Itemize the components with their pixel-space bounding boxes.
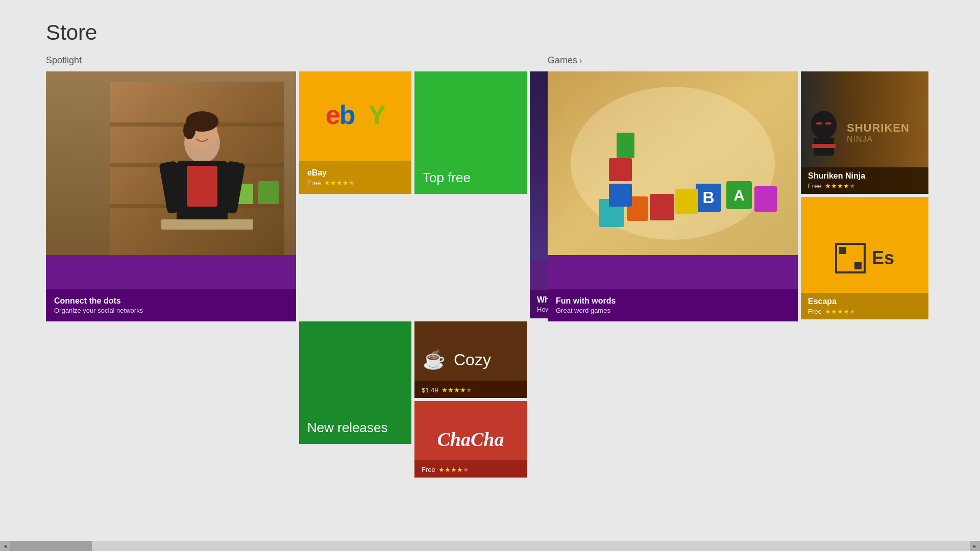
escapa-dot-tl bbox=[839, 247, 846, 254]
funwords-tile-name: Fun with words bbox=[556, 296, 790, 306]
games-label-text: Games bbox=[548, 55, 577, 66]
svg-rect-56 bbox=[609, 184, 632, 207]
funwords-tile-info: Fun with words Great word games bbox=[548, 289, 798, 321]
escapa-content: Es bbox=[827, 235, 902, 282]
top-free-text: Top free bbox=[423, 170, 471, 186]
escapa-tile-info: Escapa Free ★★★★★ bbox=[801, 293, 928, 319]
scroll-track[interactable] bbox=[10, 541, 980, 551]
ebay-y: Y bbox=[368, 100, 385, 130]
cozy-chacha-stack: ☕ Cozy $1.49 ★★★★★ ChaCha bbox=[414, 321, 527, 478]
page-title: Store bbox=[46, 20, 97, 45]
svg-rect-51 bbox=[675, 189, 698, 214]
svg-rect-6 bbox=[258, 181, 279, 204]
new-releases-text: New releases bbox=[307, 420, 388, 436]
shuriken-stars: ★★★★★ bbox=[825, 182, 855, 190]
tile-top-free[interactable]: Top free bbox=[414, 71, 527, 194]
chacha-stars: ★★★★★ bbox=[438, 466, 469, 473]
ebay-tile-name: eBay bbox=[307, 168, 403, 178]
shuriken-tile-info: Shuriken Ninja Free ★★★★★ bbox=[801, 167, 928, 194]
games-chevron-icon: › bbox=[579, 56, 582, 65]
games-container: B A Fun with words Great wor bbox=[548, 71, 928, 321]
tile-ebay[interactable]: ebaY eBay Free ★★★★★ bbox=[299, 71, 411, 194]
connect-tile-name: Connect the dots bbox=[54, 296, 288, 306]
svg-rect-61 bbox=[816, 122, 822, 124]
games-right-col: SHURIKEN NINJA Shuriken Ninja Free ★★★★★ bbox=[801, 71, 928, 321]
shuriken-price: Free bbox=[808, 182, 822, 190]
escapa-stars: ★★★★★ bbox=[825, 308, 855, 315]
chacha-price-row: Free ★★★★★ bbox=[422, 466, 520, 473]
toys-svg: B A bbox=[548, 71, 798, 255]
escapa-inner: Es bbox=[835, 243, 894, 273]
cozy-label: Cozy bbox=[454, 350, 491, 369]
cozy-stars: ★★★★★ bbox=[442, 386, 472, 394]
svg-text:A: A bbox=[733, 187, 745, 204]
games-section-link[interactable]: Games › bbox=[548, 55, 582, 66]
tile-shuriken-ninja[interactable]: SHURIKEN NINJA Shuriken Ninja Free ★★★★★ bbox=[801, 71, 928, 194]
escapa-dot-br bbox=[854, 262, 862, 269]
toys-image-area: B A bbox=[548, 71, 798, 255]
scroll-thumb[interactable] bbox=[10, 541, 92, 551]
scroll-right-button[interactable]: ► bbox=[970, 541, 980, 551]
chacha-content: ChaCha bbox=[414, 428, 527, 450]
ebay-b: b bbox=[339, 100, 355, 130]
svg-rect-55 bbox=[609, 158, 632, 181]
ebay-stars: ★★★★★ bbox=[324, 179, 355, 187]
coffee-cup-icon: ☕ bbox=[423, 349, 446, 370]
cozy-price: $1.49 bbox=[422, 386, 438, 394]
svg-rect-53 bbox=[754, 186, 777, 212]
spotlight-label: Spotlight bbox=[46, 55, 82, 66]
scroll-right-arrow: ► bbox=[972, 543, 977, 549]
funwords-tile-desc: Great word games bbox=[556, 307, 790, 314]
tile-connect-the-dots[interactable]: Connect the dots Organize your social ne… bbox=[46, 71, 296, 321]
connect-tile-desc: Organize your social networks bbox=[54, 307, 288, 314]
scrollbar: ◄ ► bbox=[0, 541, 980, 551]
ebay-logo-area: ebaY bbox=[299, 71, 411, 158]
tile-chacha[interactable]: ChaCha Free ★★★★★ bbox=[414, 401, 527, 478]
escapa-price-row: Free ★★★★★ bbox=[808, 308, 921, 315]
ebay-price-row: Free ★★★★★ bbox=[307, 179, 403, 187]
escapa-price: Free bbox=[808, 308, 822, 315]
svg-rect-62 bbox=[825, 122, 831, 124]
svg-point-12 bbox=[183, 121, 195, 139]
chacha-tile-info: Free ★★★★★ bbox=[414, 460, 527, 478]
ebay-tile-info: eBay Free ★★★★★ bbox=[299, 161, 411, 194]
ebay-logo: ebaY bbox=[326, 99, 385, 130]
shuriken-title-text: SHURIKEN bbox=[847, 121, 910, 135]
tile-cozy[interactable]: ☕ Cozy $1.49 ★★★★★ bbox=[414, 321, 527, 398]
tile-fun-with-words[interactable]: B A Fun with words Great wor bbox=[548, 71, 798, 321]
scroll-left-button[interactable]: ◄ bbox=[0, 541, 10, 551]
svg-rect-48 bbox=[650, 194, 674, 220]
cozy-tile-info: $1.49 ★★★★★ bbox=[414, 381, 527, 398]
connect-tile-info: Connect the dots Organize your social ne… bbox=[46, 289, 296, 321]
svg-rect-64 bbox=[812, 144, 836, 148]
shuriken-tile-name: Shuriken Ninja bbox=[808, 171, 921, 181]
escapa-title-text: Es bbox=[872, 247, 894, 269]
connect-bg-image bbox=[46, 71, 296, 255]
svg-text:B: B bbox=[702, 188, 714, 207]
person-image bbox=[110, 82, 284, 255]
chacha-price: Free bbox=[422, 466, 435, 473]
tile-escapa[interactable]: Es Escapa Free ★★★★★ bbox=[801, 197, 928, 319]
shuriken-subtitle: NINJA bbox=[847, 135, 910, 144]
escapa-tile-name: Escapa bbox=[808, 297, 921, 306]
shuriken-content: SHURIKEN NINJA bbox=[806, 107, 923, 158]
shuriken-title-area: SHURIKEN NINJA bbox=[847, 121, 910, 144]
ninja-icon bbox=[806, 107, 842, 158]
chacha-logo: ChaCha bbox=[437, 428, 504, 450]
ebay-a: a bbox=[355, 100, 369, 130]
ebay-e: e bbox=[326, 100, 339, 130]
svg-rect-15 bbox=[187, 166, 217, 207]
tile-new-releases[interactable]: New releases bbox=[299, 321, 411, 444]
scroll-left-arrow: ◄ bbox=[3, 543, 8, 549]
svg-rect-57 bbox=[617, 133, 634, 158]
ebay-price: Free bbox=[307, 179, 321, 187]
shuriken-price-row: Free ★★★★★ bbox=[808, 182, 921, 190]
spotlight-bottom-row: New releases ☕ Cozy $1.49 ★★★★★ bbox=[299, 321, 642, 478]
escapa-icon bbox=[835, 243, 866, 273]
cozy-price-row: $1.49 ★★★★★ bbox=[422, 386, 520, 394]
svg-rect-16 bbox=[161, 219, 253, 230]
